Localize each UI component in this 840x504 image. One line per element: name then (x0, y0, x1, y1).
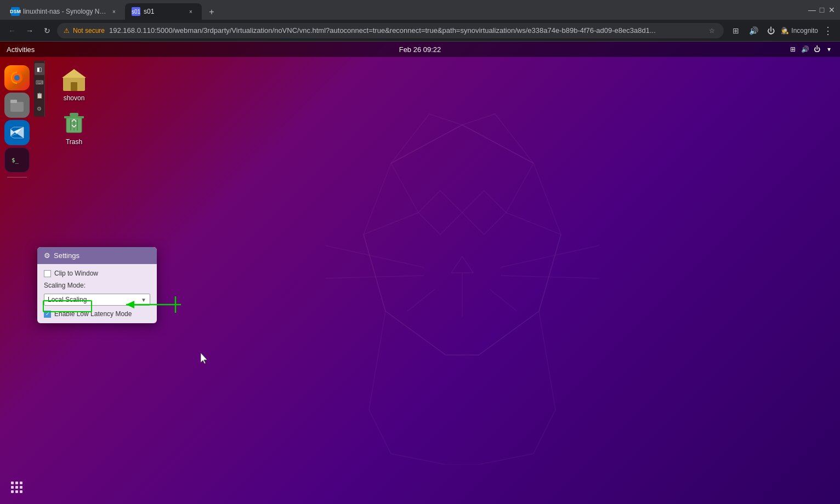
forward-button[interactable]: → (22, 23, 37, 38)
svg-line-8 (490, 289, 517, 311)
network-icon[interactable]: ⊞ (728, 23, 743, 38)
close-window-button[interactable]: ✕ (828, 6, 836, 14)
clip-to-window-checkbox[interactable] (44, 270, 51, 277)
trash-icon-label: Trash (66, 138, 82, 146)
dock-separator (7, 177, 27, 177)
cat-background-decoration (270, 81, 654, 465)
apps-grid-button[interactable] (7, 478, 27, 497)
svg-rect-23 (10, 100, 17, 103)
sound-icon[interactable]: 🔊 (746, 23, 761, 38)
toolbar-right: ⊞ 🔊 ⏻ 🕵 Incognito ⋮ (728, 23, 836, 38)
clip-to-window-label: Clip to Window (54, 270, 98, 277)
incognito-label: Incognito (791, 27, 818, 35)
svg-line-12 (501, 245, 599, 267)
url-bar[interactable]: ⚠ Not secure 192.168.0.110:5000/webman/3… (57, 23, 724, 38)
svg-line-13 (501, 276, 599, 278)
settings-popup-body: Clip to Window Scaling Mode: Local Scali… (37, 264, 157, 323)
tab2-favicon: s01 (132, 7, 140, 16)
svg-line-10 (325, 245, 424, 267)
refresh-button[interactable]: ↻ (39, 23, 55, 38)
svg-point-21 (14, 75, 20, 81)
svg-line-7 (407, 289, 435, 311)
security-warning-icon: ⚠ (64, 27, 70, 35)
tab2-close-btn[interactable]: × (186, 7, 195, 16)
mouse-cursor (201, 353, 209, 365)
svg-text:$_: $_ (12, 157, 19, 164)
scaling-mode-label-row: Scaling Mode: (44, 282, 150, 289)
new-tab-button[interactable]: + (204, 4, 219, 20)
url-text: 192.168.0.110:5000/webman/3rdparty/Virtu… (109, 26, 703, 35)
incognito-icon: 🕵 (781, 27, 789, 35)
window-controls: — □ ✕ (808, 6, 836, 14)
svg-line-15 (506, 163, 533, 213)
tab1-favicon: DSM (11, 7, 20, 16)
more-options-button[interactable]: ⋮ (820, 23, 836, 38)
home-icon-label: shovon (64, 94, 85, 102)
low-latency-row: Enable Low Latency Mode (44, 310, 150, 318)
vnc-desktop[interactable]: Activities Feb 26 09:22 ⊞ 🔊 ⏻ ▾ (0, 42, 840, 504)
minimize-button[interactable]: — (808, 6, 816, 14)
back-button[interactable]: ← (4, 23, 20, 38)
low-latency-checkbox[interactable] (44, 311, 51, 318)
svg-rect-22 (10, 102, 24, 112)
svg-line-19 (539, 234, 561, 311)
svg-rect-30 (64, 116, 84, 118)
desktop-icon-trash[interactable]: Trash (52, 107, 96, 148)
home-folder-icon (61, 66, 87, 92)
tab-synology[interactable]: DSM linuxhint-nas - Synology NAS × (4, 3, 125, 20)
dropdown-arrow-icon: ▼ (141, 297, 146, 303)
dock-item-terminal[interactable]: $_ (4, 147, 30, 173)
gnome-systray: ⊞ 🔊 ⏻ ▾ (788, 45, 833, 54)
svg-rect-28 (71, 82, 77, 91)
low-latency-label: Enable Low Latency Mode (54, 310, 132, 318)
incognito-badge: 🕵 Incognito (781, 27, 818, 35)
gnome-activities-button[interactable]: Activities (7, 45, 35, 54)
clip-to-window-row: Clip to Window (44, 270, 150, 277)
settings-popup-header: ⚙ Settings (37, 247, 157, 264)
svg-marker-0 (364, 125, 561, 355)
svg-marker-3 (418, 191, 462, 234)
power-icon[interactable]: ⏻ (763, 23, 779, 38)
svg-marker-4 (462, 191, 506, 234)
vnc-clipboard-button[interactable]: 📋 (35, 89, 44, 101)
not-secure-label: Not secure (73, 27, 105, 35)
vnc-panel-button[interactable]: ◧ (35, 63, 44, 75)
svg-line-14 (391, 163, 418, 213)
dock-item-vscode[interactable] (4, 120, 30, 145)
gnome-clock[interactable]: Feb 26 09:22 (399, 45, 441, 54)
settings-popup-title: Settings (54, 251, 80, 260)
settings-popup: ⚙ Settings Clip to Window Scaling Mode: (37, 247, 157, 323)
address-bar: ← → ↻ ⚠ Not secure 192.168.0.110:5000/we… (0, 20, 840, 42)
dock-item-files[interactable] (4, 93, 30, 118)
vnc-side-toolbar: ◧ ⌨ 📋 ⚙ (34, 61, 45, 117)
svg-rect-31 (70, 113, 78, 116)
systray-more-icon[interactable]: ▾ (825, 45, 833, 54)
vnc-keys-button[interactable]: ⌨ (35, 76, 44, 88)
tab1-close-btn[interactable]: × (110, 7, 118, 16)
svg-line-16 (364, 213, 418, 234)
vnc-content-area: Activities Feb 26 09:22 ⊞ 🔊 ⏻ ▾ (0, 42, 840, 504)
vnc-settings-button[interactable]: ⚙ (35, 102, 44, 114)
apps-grid-icon (11, 482, 23, 494)
scaling-mode-value: Local Scaling (48, 296, 87, 303)
svg-line-17 (506, 213, 561, 234)
sound-systray-icon[interactable]: 🔊 (801, 45, 809, 54)
gnome-topbar: Activities Feb 26 09:22 ⊞ 🔊 ⏻ ▾ (0, 42, 840, 57)
svg-marker-5 (451, 256, 473, 273)
dock-item-firefox[interactable] (4, 65, 30, 90)
desktop-icon-home[interactable]: shovon (52, 64, 96, 104)
svg-marker-9 (369, 311, 555, 465)
tab-bar: DSM linuxhint-nas - Synology NAS × s01 s… (4, 0, 804, 20)
power-systray-icon[interactable]: ⏻ (813, 45, 821, 54)
maximize-button[interactable]: □ (818, 6, 826, 14)
trash-icon (61, 110, 87, 136)
network-systray-icon[interactable]: ⊞ (788, 45, 797, 54)
scaling-mode-dropdown[interactable]: Local Scaling ▼ (44, 294, 150, 306)
tab-vnc[interactable]: s01 s01 × (125, 3, 202, 20)
scaling-dropdown-row: Local Scaling ▼ (44, 294, 150, 306)
bookmark-icon[interactable]: ☆ (706, 25, 717, 36)
gnome-dock: $_ (0, 61, 34, 504)
url-actions: ☆ (706, 25, 717, 36)
tab1-title: linuxhint-nas - Synology NAS (23, 8, 106, 15)
svg-marker-1 (391, 114, 462, 163)
